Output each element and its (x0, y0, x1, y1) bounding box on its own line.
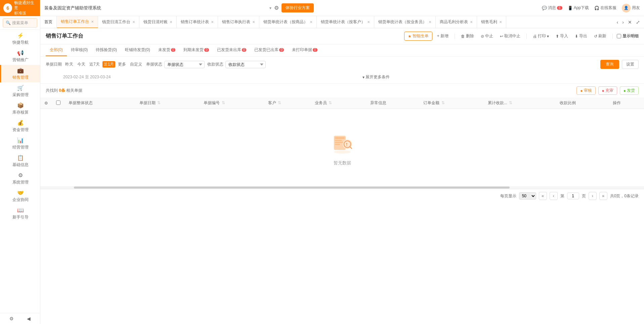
col-number[interactable]: 单据编号 ⇅ (200, 97, 264, 109)
sidebar-item-base-info[interactable]: 📋 基础信息 (0, 152, 40, 170)
sub-tab-pending-review[interactable]: 待审核(0) (67, 44, 92, 56)
tab-sales-stat[interactable]: 销售订单统计表 ✕ (177, 16, 218, 28)
import-button[interactable]: ⬆ 导入 (554, 32, 570, 40)
tab-goods-margin[interactable]: 商品毛利分析表 ✕ (436, 16, 477, 28)
tab-sales-order-close[interactable]: ✕ (91, 20, 94, 24)
tab-goods-stat-customer[interactable]: 销货单统计表（按客户） ✕ (317, 16, 374, 28)
tab-sales-order[interactable]: 销售订单工作台 ✕ (57, 16, 98, 28)
sidebar-item-purchase[interactable]: 🛒 采购管理 (0, 82, 40, 100)
sidebar-item-operations[interactable]: 📊 经营管理 (0, 135, 40, 152)
sub-tab-wangpu-ship[interactable]: 旺铺待发货(0) (121, 44, 154, 56)
page-last-button[interactable]: » (599, 192, 607, 200)
date-yesterday[interactable]: 昨天 (64, 61, 75, 68)
tab-sales-exec-label: 销售订单执行表 (222, 19, 250, 25)
show-detail-checkbox[interactable] (617, 34, 621, 38)
tab-cash-reconcile[interactable]: 钱货日清对账 ✕ (139, 16, 177, 28)
online-service-button[interactable]: 🎧 在线客服 (594, 5, 616, 11)
sub-tab-all[interactable]: 全部(0) (46, 44, 67, 56)
stop-button[interactable]: ⊘ 中止 (479, 32, 495, 40)
tabbar-next-button[interactable]: › (621, 19, 625, 26)
tab-cash-reconcile-close[interactable]: ✕ (170, 20, 172, 24)
query-button[interactable]: 查询 (600, 60, 619, 69)
tab-goods-margin-close[interactable]: ✕ (470, 20, 473, 24)
page-prev-button[interactable]: ‹ (550, 192, 558, 200)
tab-goods-stat-staff[interactable]: 销货单统计表（按业务员） ✕ (374, 16, 436, 28)
date-1month[interactable]: 近1月 (102, 61, 116, 68)
status-select[interactable]: 单据状态 (164, 61, 205, 68)
tab-sales-more[interactable]: 销售毛利 ✕ (477, 16, 506, 28)
export-button[interactable]: ⬇ 导出 (573, 32, 589, 40)
sidebar-item-inventory[interactable]: 📦 库存核算 (0, 100, 40, 117)
page-size-select[interactable]: 50 10 20 100 (519, 192, 536, 200)
col-salesman[interactable]: 业务员 ⇅ (311, 97, 366, 109)
col-customer[interactable]: 客户 ⇅ (264, 97, 311, 109)
col-date[interactable]: 单据日期 ⇅ (135, 97, 200, 109)
tab-goods-stat-staff-close[interactable]: ✕ (429, 20, 431, 24)
tab-sales-more-close[interactable]: ✕ (499, 20, 502, 24)
tab-sales-exec-close[interactable]: ✕ (252, 20, 255, 24)
search-menu-button[interactable]: 🔍 搜索菜单 (3, 18, 37, 28)
add-button[interactable]: + 新增 (435, 32, 450, 40)
settings-button[interactable]: 设置 (622, 60, 639, 69)
sidebar-item-system[interactable]: ⚙ 系统管理 (0, 170, 40, 187)
col-collected[interactable]: 累计收款... ⇅ (484, 97, 556, 109)
audit-button[interactable]: ● 审核 (576, 86, 595, 95)
sidebar-item-finance[interactable]: 💰 资金管理 (0, 117, 40, 135)
payment-select[interactable]: 收款状态 (225, 61, 266, 68)
tab-cash-daily[interactable]: 钱货日清工作台 ✕ (98, 16, 139, 28)
sub-tab-not-shipped[interactable]: 未发货0 (154, 44, 180, 56)
gear-icon[interactable]: ⚙ (44, 101, 48, 106)
tab-sales-stat-close[interactable]: ✕ (211, 20, 214, 24)
reject-button[interactable]: ● 充审 (598, 86, 617, 95)
delete-button[interactable]: 🗑 删除 (459, 32, 476, 40)
tab-goods-stat-customer-close[interactable]: ✕ (367, 20, 370, 24)
date-more[interactable]: 更多 (117, 61, 127, 68)
page-first-button[interactable]: « (539, 192, 547, 200)
tab-cash-daily-close[interactable]: ✕ (132, 20, 135, 24)
sub-tab-overdue-not-shipped[interactable]: 到期未发货0 (179, 44, 213, 56)
col-actions-label: 操作 (613, 100, 621, 105)
page-number-input[interactable] (567, 193, 579, 199)
sidebar-item-guide[interactable]: 📖 新手引导 (0, 205, 40, 222)
horizontal-scrollbar[interactable] (40, 186, 644, 189)
tab-home[interactable]: 首页 (40, 16, 57, 28)
message-button[interactable]: 💬 消息 6 (542, 5, 562, 11)
sidebar-item-enterprise[interactable]: 🤝 企业协同 (0, 187, 40, 205)
date-7days[interactable]: 近7天 (88, 61, 101, 68)
show-detail-toggle[interactable]: 显示明细 (617, 33, 639, 39)
sidebar-settings-icon[interactable]: ⚙ (9, 316, 14, 321)
solution-button[interactable]: 体验行业方案 (282, 3, 314, 12)
user-menu[interactable]: 👤 用友 (622, 4, 640, 12)
date-today[interactable]: 今天 (76, 61, 87, 68)
enterprise-icon: 🤝 (17, 190, 24, 196)
tab-goods-stat-product-close[interactable]: ✕ (310, 20, 312, 24)
audit-dot: ● (580, 88, 583, 93)
tabbar-expand-button[interactable]: ⤢ (635, 19, 641, 26)
tab-goods-stat-product[interactable]: 销货单统计表（按商品） ✕ (259, 16, 317, 28)
tabbar-prev-button[interactable]: ‹ (615, 19, 620, 26)
smart-order-button[interactable]: ★ 智能生单 (404, 32, 432, 41)
page-next-button[interactable]: › (589, 192, 597, 200)
chevron-down-icon[interactable]: ▾ (269, 6, 271, 10)
app-download-button[interactable]: 📱 App下载 (568, 5, 589, 11)
sub-tab-shipped-not-out[interactable]: 已发货未出库0 (213, 44, 251, 56)
refresh-button[interactable]: ↺ 刷新 (592, 32, 608, 40)
sub-tab-shipped-out[interactable]: 已发货已出库0 (250, 44, 288, 56)
cancel-stop-button[interactable]: ↩ 取消中止 (498, 32, 522, 40)
base-info-icon: 📋 (17, 155, 24, 161)
date-custom[interactable]: 自定义 (129, 61, 143, 68)
sidebar-item-sales[interactable]: 💼 销售管理 (0, 65, 40, 82)
col-amount[interactable]: 订单金额 ⇅ (419, 97, 484, 109)
select-all-checkbox[interactable] (56, 100, 60, 105)
sub-tab-not-printed[interactable]: 未打印单据0 (288, 44, 321, 56)
sub-tab-pending-check[interactable]: 待拣验货(0) (92, 44, 121, 56)
ship-button[interactable]: ● 发货 (620, 86, 639, 95)
sidebar-item-quick-nav[interactable]: ⚡ 快捷导航 (0, 30, 40, 47)
sidebar-item-marketing[interactable]: 📢 营销推广 (0, 47, 40, 65)
expand-filter-button[interactable]: ▾ 展开更多条件 (362, 74, 390, 80)
sidebar-collapse-icon[interactable]: ◀ (27, 316, 31, 321)
tab-sales-exec[interactable]: 销售订单执行表 ✕ (218, 16, 259, 28)
print-button[interactable]: 🖨 打印 ▾ (531, 32, 551, 40)
tabbar-close-all-button[interactable]: ✕ (627, 19, 633, 26)
topbar-settings-icon[interactable]: ⚙ (274, 5, 279, 11)
